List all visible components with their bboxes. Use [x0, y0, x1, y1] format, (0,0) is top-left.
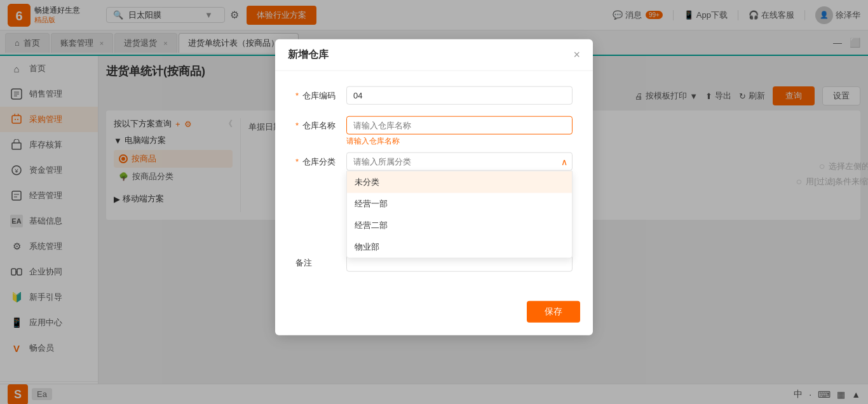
cat-required-star: *: [295, 157, 299, 166]
name-input[interactable]: [346, 116, 573, 135]
category-label: * 仓库分类: [295, 152, 346, 168]
dropdown-option-1[interactable]: 经营一部: [347, 193, 572, 215]
save-button[interactable]: 保存: [527, 301, 580, 323]
code-input[interactable]: [346, 86, 573, 105]
dropdown-option-0[interactable]: 未分类: [347, 172, 572, 193]
new-warehouse-modal: 新增仓库 × * 仓库编码 * 仓库名称 请输入仓库名称 *: [275, 39, 593, 335]
category-input[interactable]: [346, 152, 573, 171]
code-form-row: * 仓库编码: [295, 86, 573, 105]
name-form-row: * 仓库名称 请输入仓库名称: [295, 116, 573, 135]
modal-close-button[interactable]: ×: [573, 48, 580, 62]
category-form-row: * 仓库分类 ∧ 未分类 经营一部 经营二部 物业部: [295, 152, 573, 171]
modal-header: 新增仓库 ×: [275, 39, 593, 71]
required-star: *: [295, 91, 299, 100]
name-label: * 仓库名称: [295, 116, 346, 131]
dropdown-option-2[interactable]: 经营二部: [347, 215, 572, 236]
modal-footer: 保存: [275, 293, 593, 335]
dropdown-option-3[interactable]: 物业部: [347, 236, 572, 258]
code-label: * 仓库编码: [295, 86, 346, 102]
modal-body: * 仓库编码 * 仓库名称 请输入仓库名称 * 仓库分类 ∧: [275, 71, 593, 293]
name-error-message: 请输入仓库名称: [346, 136, 400, 145]
modal-title: 新增仓库: [288, 48, 329, 62]
category-input-wrap: ∧ 未分类 经营一部 经营二部 物业部: [346, 152, 573, 171]
name-required-star: *: [295, 121, 299, 130]
note-label: 备注: [295, 253, 346, 269]
category-dropdown-list: 未分类 经营一部 经营二部 物业部: [346, 171, 573, 259]
